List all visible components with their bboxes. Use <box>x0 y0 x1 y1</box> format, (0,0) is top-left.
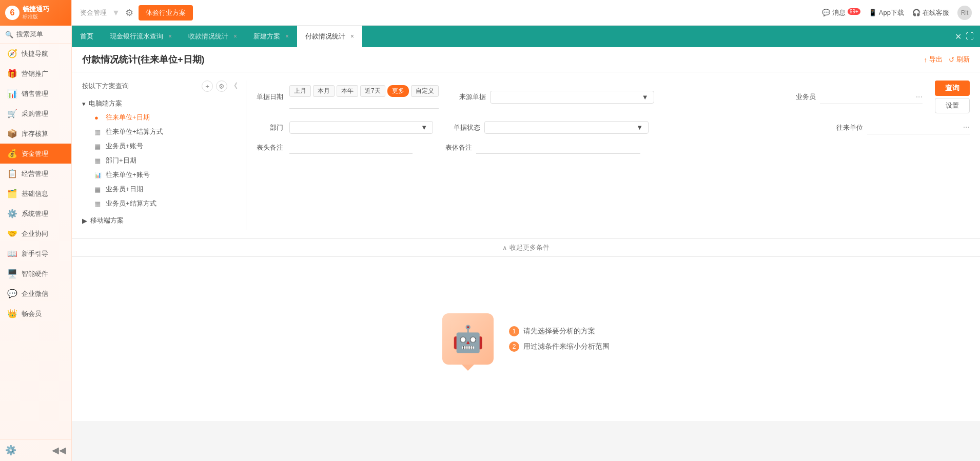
sidebar-item-hardware[interactable]: 🖥️ 智能硬件 <box>0 264 71 284</box>
scheme-item-partner-settle[interactable]: ▦ 往来单位+结算方式 <box>82 125 238 139</box>
salesman-select[interactable]: ··· <box>820 90 923 104</box>
tab-maximize-icon[interactable]: ⛶ <box>966 32 974 41</box>
scheme-desktop-group-header[interactable]: ▾ 电脑端方案 <box>82 97 238 110</box>
settings-icon[interactable]: ⚙️ <box>5 445 16 456</box>
sidebar-item-sales[interactable]: 📊 销售管理 <box>0 84 71 104</box>
notification-item[interactable]: 💬 消息 99+ <box>822 8 860 17</box>
sidebar-item-purchase[interactable]: 🛒 采购管理 <box>0 104 71 124</box>
scheme-item-partner-date[interactable]: ● 往来单位+日期 <box>82 110 238 125</box>
sidebar-item-marketing[interactable]: 🎁 营销推广 <box>0 64 71 84</box>
settings-button[interactable]: 设置 <box>935 98 970 113</box>
scheme-item-icon-salesman-date: ▦ <box>94 186 103 193</box>
body-note-input[interactable] <box>476 142 640 154</box>
notification-badge: 99+ <box>848 8 860 15</box>
source-select[interactable]: ▼ <box>490 91 654 104</box>
scheme-item-salesman-settle[interactable]: ▦ 业务员+结算方式 <box>82 196 238 211</box>
page-header: 付款情况统计(往来单位+日期) ↑ 导出 ↺ 刷新 <box>72 47 980 72</box>
scheme-add-btn[interactable]: + <box>202 81 213 92</box>
date-btn-more[interactable]: 更多 <box>387 85 409 97</box>
date-btn-this-month[interactable]: 本月 <box>313 85 335 97</box>
header-note-input[interactable] <box>289 142 413 154</box>
date-btn-custom[interactable]: 自定义 <box>411 85 439 97</box>
date-quick-btns: 上月 本月 本年 近7天 更多 自定义 <box>289 85 439 97</box>
nav-icon-sales: 📊 <box>7 89 17 98</box>
sidebar-item-quick-nav[interactable]: 🧭 快捷导航 <box>0 44 71 64</box>
empty-robot-icon: 🤖 <box>442 313 494 365</box>
scheme-item-icon-partner-account: 📊 <box>94 172 103 178</box>
sidebar-item-capital[interactable]: 💰 资金管理 <box>0 144 71 164</box>
page-title: 付款情况统计(往来单位+日期) <box>82 53 205 66</box>
nav-icon-marketing: 🎁 <box>7 69 17 78</box>
online-service-item[interactable]: 🎧 在线客服 <box>912 8 949 17</box>
tab-close-all-icon[interactable]: ✕ <box>955 32 962 42</box>
scheme-item-label-dept-date: 部门+日期 <box>106 156 136 165</box>
sidebar-item-guide[interactable]: 📖 新手引导 <box>0 244 71 264</box>
tab-bank-flow-close[interactable]: × <box>168 33 172 40</box>
date-btn-7-days[interactable]: 近7天 <box>360 85 385 97</box>
scheme-mobile-group-header[interactable]: ▶ 移动端方案 <box>82 213 238 228</box>
topbar-gear-icon[interactable]: ⚙ <box>125 7 133 18</box>
query-button[interactable]: 查询 <box>935 81 970 96</box>
notification-label: 消息 <box>832 8 846 17</box>
breadcrumb-chevron: ▼ <box>112 8 120 17</box>
empty-tip-1: 1 请先选择要分析的方案 <box>509 326 610 336</box>
nav-icon-hardware: 🖥️ <box>7 269 17 278</box>
scheme-settings-btn[interactable]: ⚙ <box>216 81 227 92</box>
sidebar-item-enterprise[interactable]: 🤝 企业协同 <box>0 224 71 244</box>
tab-new-scheme-label: 新建方案 <box>253 32 280 41</box>
sidebar-item-system[interactable]: ⚙️ 系统管理 <box>0 204 71 224</box>
nav-icon-inventory: 📦 <box>7 129 17 138</box>
sidebar-item-operations[interactable]: 📋 经营管理 <box>0 164 71 184</box>
scheme-item-salesman-date[interactable]: ▦ 业务员+日期 <box>82 182 238 196</box>
user-avatar[interactable]: Rit <box>957 6 972 20</box>
scheme-item-label-salesman-account: 业务员+账号 <box>106 142 143 151</box>
partner-dotdot[interactable]: ··· <box>963 123 970 132</box>
scheme-item-partner-account[interactable]: 📊 往来单位+账号 <box>82 168 238 182</box>
filter-row-notes: 表头备注 表体备注 <box>254 142 970 154</box>
refresh-button[interactable]: ↺ 刷新 <box>949 55 970 64</box>
sidebar-logo: 6 畅捷通巧 标准版 <box>0 0 71 26</box>
dept-chevron: ▼ <box>421 124 427 131</box>
salesman-dotdot[interactable]: ··· <box>916 92 923 102</box>
export-button[interactable]: ↑ 导出 <box>924 55 943 64</box>
tab-payment-stats[interactable]: 付款情况统计 × <box>297 26 362 47</box>
partner-select[interactable]: ··· <box>867 121 970 134</box>
collapse-label: 收起更多条件 <box>509 243 550 252</box>
dept-select[interactable]: ▼ <box>289 121 433 134</box>
date-range-input[interactable]: 2022-01-01 至 2022-12-31 <box>289 99 439 109</box>
collapse-bar[interactable]: ∧ 收起更多条件 <box>72 239 980 257</box>
app-download-item[interactable]: 📱 App下载 <box>869 8 904 17</box>
nav-label-sales: 销售管理 <box>22 89 48 98</box>
tab-payment-stats-close[interactable]: × <box>350 33 354 40</box>
tab-receipt-stats[interactable]: 收款情况统计 × <box>180 26 245 47</box>
scheme-header: 按以下方案查询 + ⚙ 《 <box>82 81 238 92</box>
tab-receipt-stats-close[interactable]: × <box>233 33 237 40</box>
industry-plan-button[interactable]: 体验行业方案 <box>139 5 193 21</box>
sidebar-item-wechat[interactable]: 💬 企业微信 <box>0 284 71 304</box>
scheme-item-dept-date[interactable]: ▦ 部门+日期 <box>82 153 238 168</box>
nav-icon-operations: 📋 <box>7 169 17 178</box>
sidebar-item-basic[interactable]: 🗂️ 基础信息 <box>0 184 71 204</box>
tab-home[interactable]: 首页 <box>72 26 102 47</box>
sidebar-item-inventory[interactable]: 📦 库存核算 <box>0 124 71 144</box>
scheme-item-salesman-account[interactable]: ▦ 业务员+账号 <box>82 139 238 153</box>
search-menu[interactable]: 🔍 搜索菜单 <box>0 26 71 44</box>
collapse-sidebar-btn[interactable]: ◀◀ <box>52 445 66 456</box>
date-btn-last-month[interactable]: 上月 <box>289 85 311 97</box>
scheme-collapse-btn[interactable]: 《 <box>230 82 238 91</box>
tab-bank-flow[interactable]: 现金银行流水查询 × <box>102 26 180 47</box>
date-btn-this-year[interactable]: 本年 <box>337 85 358 97</box>
breadcrumb-text: 资金管理 <box>80 8 107 17</box>
sidebar-item-member[interactable]: 👑 畅会员 <box>0 304 71 324</box>
app-icon: 📱 <box>869 9 877 16</box>
scheme-title: 按以下方案查询 <box>82 82 129 91</box>
service-icon: 🎧 <box>912 9 920 16</box>
source-filter-label: 来源单据 <box>457 92 486 102</box>
tab-new-scheme-close[interactable]: × <box>285 33 289 40</box>
scheme-header-icons: + ⚙ 《 <box>202 81 238 92</box>
doc-status-select[interactable]: ▼ <box>484 121 649 134</box>
tab-new-scheme[interactable]: 新建方案 × <box>245 26 297 47</box>
body-note-label: 表体备注 <box>443 143 472 152</box>
sidebar: 6 畅捷通巧 标准版 🔍 搜索菜单 🧭 快捷导航 🎁 营销推广 📊 销售管理 🛒… <box>0 0 72 461</box>
nav-label-quick: 快捷导航 <box>22 49 48 58</box>
